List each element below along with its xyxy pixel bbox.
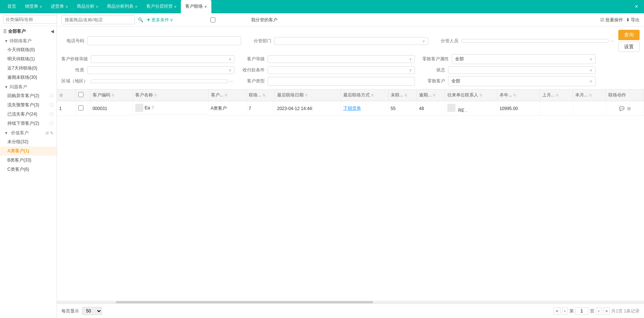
sidebar-item-churn-warn[interactable]: 流失预警客户(3) ⓘ [0, 100, 57, 110]
type-sort-icon[interactable]: ⇅ [225, 93, 228, 97]
my-customers-check[interactable] [176, 17, 250, 22]
gear-icon[interactable]: ⚙ [59, 93, 63, 98]
col-checkbox-header [76, 89, 90, 101]
payment-arrow: ∨ [409, 68, 412, 72]
my-customers-checkbox[interactable]: 我分管的客户 [176, 17, 278, 23]
batch-ops-btn[interactable]: ☑ 批量操作 [600, 17, 623, 23]
last-method-link[interactable]: 下销货单 [343, 106, 361, 111]
payment-select[interactable]: ∨ [268, 66, 415, 74]
col-code-header: 客户编码 ⇅ [90, 89, 133, 101]
info-icon-3: ⓘ [50, 112, 54, 117]
price-grade-select[interactable]: ∨ [91, 55, 235, 63]
nav-customer-contact[interactable]: 客户联络 × [181, 0, 211, 13]
contact-sort-icon[interactable]: ⇅ [262, 93, 265, 97]
col-action-header: 联络动作 [606, 89, 644, 101]
select-all-checkbox[interactable] [78, 92, 83, 97]
nav-analysis-list[interactable]: 商品分析列表 × [103, 0, 142, 13]
prev-page-btn[interactable]: ‹ [562, 307, 568, 315]
sidebar-item-today[interactable]: 今天待联络(0) [0, 45, 57, 54]
code-sort-icon[interactable]: ⇅ [111, 93, 114, 97]
qr-icon[interactable]: ⊞ [627, 106, 631, 111]
sidebar-item-overdue[interactable]: 逾期未联络(30) [0, 73, 57, 82]
nature-select[interactable]: ∨ [87, 66, 235, 74]
page-number-input[interactable] [575, 307, 588, 315]
search-input[interactable] [61, 15, 135, 24]
edit-icon[interactable]: ✎ [50, 131, 54, 136]
sidebar-item-a-class[interactable]: A类客户(1) [0, 146, 57, 156]
lastmethod-sort-icon[interactable]: ⇅ [371, 93, 374, 97]
sidebar-item-declining[interactable]: 持续下滑客户(2) ⓘ [0, 119, 57, 128]
customer-type-input[interactable] [268, 77, 415, 86]
nav-purchase[interactable]: 进货单 × [46, 0, 72, 13]
sidebar-item-tomorrow[interactable]: 明天待联络(1) [0, 54, 57, 64]
cell-this-month [573, 101, 606, 116]
row-checkbox[interactable] [78, 105, 83, 110]
customer-grade-select[interactable]: ∨ [268, 55, 415, 63]
more-filters-btn[interactable]: ▼ 更多条件 ∨ [146, 17, 173, 23]
region-dots[interactable]: ··· [228, 79, 235, 84]
last-page-btn[interactable]: » [603, 307, 610, 315]
status-select[interactable]: ∨ [448, 66, 595, 74]
sidebar-collapse-btn[interactable]: ◀ [51, 29, 54, 34]
person-label: 分管人员 [436, 38, 461, 44]
batch-icon: ☑ [600, 17, 604, 22]
sidebar-all-customers[interactable]: ⠿ 全部客户 ◀ [0, 26, 57, 36]
query-btn[interactable]: 查询 [618, 30, 640, 40]
dept-select[interactable]: ∨ [274, 37, 428, 45]
search-button[interactable]: 🔍 [138, 17, 143, 22]
cell-action: 💬 ⊞ [606, 101, 644, 116]
notlinked-sort-icon[interactable]: ⇅ [404, 93, 407, 97]
nav-close-customer-contact[interactable]: × [204, 4, 207, 9]
filter-row-3: 性质 ∨ 收付款条件 ∨ 状态 [61, 66, 640, 74]
sidebar-item-c-class[interactable]: C类客户(6) [0, 165, 57, 174]
nav-customer-tier[interactable]: 客户分层经营 × [142, 0, 181, 13]
filter-cell-phone: 电话号码 [61, 36, 241, 45]
unitcontact-sort-icon[interactable]: ⇅ [479, 93, 482, 97]
nav-analysis[interactable]: 商品分析 × [72, 0, 103, 13]
export-btn[interactable]: ⬇ 导出 [626, 17, 640, 23]
nav-close-analysis[interactable]: × [96, 4, 98, 9]
sidebar-item-7days[interactable]: 近7天待联络(0) [0, 64, 57, 73]
nav-close-sales[interactable]: × [40, 4, 42, 9]
per-page-label: 每页显示 [61, 308, 79, 314]
next-page-btn[interactable]: › [596, 307, 602, 315]
content-area: 🔍 ▼ 更多条件 ∨ 我分管的客户 ☑ 批量操作 ⬇ 导出 [57, 13, 644, 318]
nav-close-purchase[interactable]: × [65, 4, 68, 9]
sidebar-search-input[interactable] [3, 15, 57, 24]
phone-input[interactable] [87, 36, 241, 45]
customer-type-label: 客户类型 [242, 78, 268, 84]
sidebar-item-b-class[interactable]: B类客户(33) [0, 156, 57, 165]
sidebar-item-churned[interactable]: 已流失客户(24) ⓘ [0, 110, 57, 119]
sidebar-section-value[interactable]: ▼ 价值客户 ↺ ✎ [0, 128, 57, 137]
name-sort-icon[interactable]: ⇅ [154, 93, 157, 97]
lastmonth-sort-icon[interactable]: ⇅ [556, 93, 559, 97]
sidebar-section-problem[interactable]: ▼ 问题客户 [0, 82, 57, 91]
retail-attr-select[interactable]: 全部 ∨ [452, 54, 595, 64]
nav-home[interactable]: 首页 [3, 0, 21, 13]
horizontal-scrollbar[interactable] [57, 301, 644, 304]
thisyear-sort-icon[interactable]: ⇅ [513, 93, 516, 97]
sidebar-section-pending[interactable]: ▼ 待联络客户 [0, 36, 57, 45]
nav-sales[interactable]: 销货单 × [21, 0, 46, 13]
cell-last-date: 2023-04-12 14:44: [275, 101, 341, 116]
status-label: 状态 [422, 67, 448, 73]
overdue-sort-icon[interactable]: ⇅ [433, 93, 436, 97]
sidebar-item-repurchase[interactable]: 回购异常客户(2) ⓘ [0, 91, 57, 100]
nav-close-analysis-list[interactable]: × [135, 4, 137, 9]
sidebar-item-ungrouped[interactable]: 未分组(32) [0, 137, 57, 146]
payment-label: 收付款条件 [242, 67, 268, 73]
first-page-btn[interactable]: « [554, 307, 561, 315]
person-dots[interactable]: ··· [609, 38, 615, 43]
close-all-btn[interactable]: × [632, 3, 641, 10]
chat-icon[interactable]: 💬 [619, 106, 625, 111]
settings-btn[interactable]: 设置 [618, 42, 640, 52]
person-select[interactable] [461, 39, 609, 43]
refresh-icon[interactable]: ↺ [45, 131, 49, 136]
region-select[interactable] [91, 80, 228, 83]
lastdate-sort-icon[interactable]: ⇅ [305, 93, 308, 97]
thismonth-sort-icon[interactable]: ⇅ [589, 93, 592, 97]
nav-close-customer-tier[interactable]: × [174, 4, 176, 9]
per-page-select[interactable]: 50 100 200 [82, 307, 102, 315]
scrollbar-thumb[interactable] [116, 301, 373, 303]
retail-select[interactable]: 全部 ∨ [448, 76, 595, 86]
